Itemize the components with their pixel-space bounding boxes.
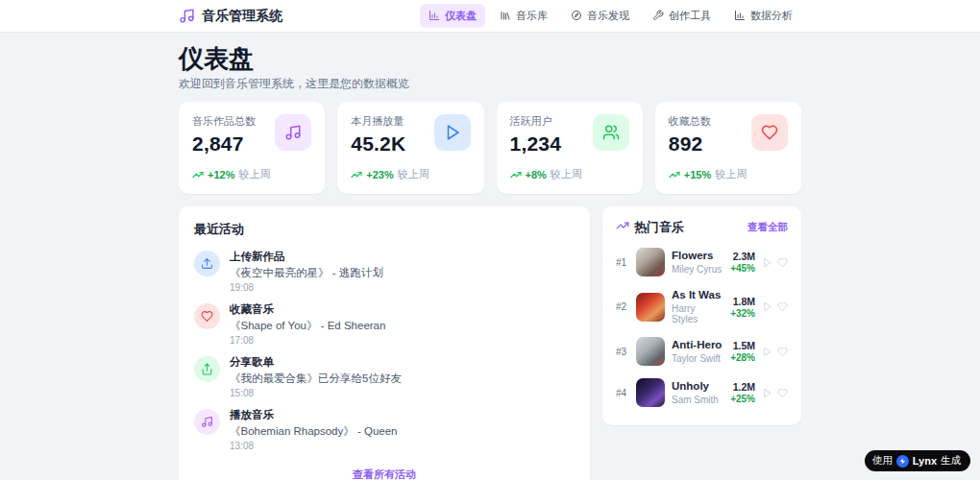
page-title: 仪表盘 <box>179 44 801 73</box>
song-artist: Sam Smith <box>672 395 723 405</box>
trending-up-icon <box>616 219 629 236</box>
library-icon <box>500 10 511 23</box>
song-artist: Taylor Swift <box>672 353 723 364</box>
nav-item-music-library[interactable]: 音乐库 <box>491 4 556 28</box>
stat-label: 活跃用户 <box>510 114 562 129</box>
view-all-activities-link[interactable]: 查看所有活动 <box>353 468 416 480</box>
stat-value: 1,234 <box>510 132 562 156</box>
activity-title: 收藏音乐 <box>230 302 385 316</box>
song-row: #3 Anti-Hero Taylor Swift 1.5M +28% <box>616 337 788 366</box>
activity-item-favorite: 收藏音乐 《Shape of You》 - Ed Sheeran 17:08 <box>194 302 575 346</box>
song-change: +28% <box>730 352 755 363</box>
favorite-button[interactable] <box>777 388 788 398</box>
play-button[interactable] <box>762 301 772 312</box>
activity-description: 《Shape of You》 - Ed Sheeran <box>230 319 385 332</box>
favorite-button[interactable] <box>777 347 788 357</box>
activity-list: 上传新作品 《夜空中最亮的星》 - 逃跑计划 19:08 收藏音乐 《Shape… <box>194 250 575 451</box>
song-row: #4 Unholy Sam Smith 1.2M +25% <box>616 378 788 407</box>
song-plays: 1.8M <box>730 296 755 307</box>
analytics-icon <box>734 10 746 23</box>
heart-icon <box>751 114 788 151</box>
play-icon <box>434 114 471 151</box>
stat-change: +12% <box>208 169 234 180</box>
trending-up-icon <box>351 169 362 180</box>
album-art <box>636 337 665 366</box>
upload-icon <box>194 251 220 276</box>
activity-time: 19:08 <box>230 282 383 293</box>
activity-item-share: 分享歌单 《我的最爱合集》已分享给5位好友 15:08 <box>194 355 575 398</box>
stat-change: +8% <box>526 169 547 180</box>
play-button[interactable] <box>762 257 772 268</box>
song-plays: 2.3M <box>730 251 755 262</box>
stat-period: 较上周 <box>398 167 429 181</box>
song-plays: 1.5M <box>730 340 755 351</box>
trending-up-icon <box>510 169 522 180</box>
song-title: Anti-Hero <box>672 339 723 351</box>
lynx-logo-icon <box>896 455 909 468</box>
activity-time: 15:08 <box>230 388 402 398</box>
nav-label: 音乐发现 <box>587 9 629 23</box>
recent-activity-title: 最近活动 <box>194 221 575 238</box>
recent-activity-panel: 最近活动 上传新作品 《夜空中最亮的星》 - 逃跑计划 19:08 <box>179 206 590 480</box>
nav-label: 音乐库 <box>516 9 548 23</box>
heart-icon <box>194 303 220 329</box>
activity-time: 13:08 <box>230 441 398 451</box>
stat-period: 较上周 <box>715 167 747 181</box>
activity-title: 播放音乐 <box>230 408 398 421</box>
activity-description: 《夜空中最亮的星》 - 逃跑计划 <box>230 266 383 279</box>
main-nav: 仪表盘 音乐库 音乐发现 创作工具 数据分析 <box>420 4 801 28</box>
page-subtitle: 欢迎回到音乐管理系统，这里是您的数据概览 <box>179 77 801 90</box>
album-art <box>636 378 665 407</box>
activity-title: 上传新作品 <box>230 250 383 263</box>
song-rank: #2 <box>616 301 629 312</box>
nav-item-creation-tools[interactable]: 创作工具 <box>644 4 720 28</box>
nav-item-music-discovery[interactable]: 音乐发现 <box>562 4 638 28</box>
song-title: Unholy <box>672 380 723 393</box>
hot-music-panel: 热门音乐 查看全部 #1 Flowers Miley Cyrus 2.3M +4… <box>602 206 801 425</box>
music-note-icon <box>194 409 220 435</box>
badge-suffix: 生成 <box>941 454 961 468</box>
song-rank: #4 <box>616 388 629 398</box>
top-navigation-bar: 音乐管理系统 仪表盘 音乐库 音乐发现 创作工具 数据分析 <box>0 0 980 33</box>
view-all-hot-music-link[interactable]: 查看全部 <box>747 221 788 234</box>
app-title: 音乐管理系统 <box>202 8 282 25</box>
activity-description: 《Bohemian Rhapsody》 - Queen <box>230 424 398 438</box>
activity-item-play: 播放音乐 《Bohemian Rhapsody》 - Queen 13:08 <box>194 408 575 451</box>
compass-icon <box>571 10 582 23</box>
activity-title: 分享歌单 <box>230 355 402 369</box>
lynx-generated-badge[interactable]: 使用 Lynx 生成 <box>865 450 970 471</box>
nav-item-data-analytics[interactable]: 数据分析 <box>725 4 801 28</box>
song-rank: #1 <box>616 257 629 268</box>
song-change: +32% <box>730 308 755 319</box>
stat-period: 较上周 <box>551 167 582 181</box>
nav-label: 数据分析 <box>750 9 793 23</box>
hot-music-title: 热门音乐 <box>634 219 684 236</box>
activity-time: 17:08 <box>230 335 385 346</box>
stat-value: 2,847 <box>192 132 256 156</box>
song-artist: Miley Cyrus <box>672 264 723 275</box>
music-note-icon <box>275 114 311 151</box>
song-rank: #3 <box>616 347 629 357</box>
play-button[interactable] <box>762 388 772 398</box>
nav-item-dashboard[interactable]: 仪表盘 <box>420 4 485 28</box>
middle-row: 最近活动 上传新作品 《夜空中最亮的星》 - 逃跑计划 19:08 <box>179 206 801 480</box>
stat-label: 本月播放量 <box>351 114 405 129</box>
stat-label: 收藏总数 <box>669 114 711 129</box>
favorite-button[interactable] <box>777 301 788 312</box>
share-icon <box>194 356 220 382</box>
trending-up-icon <box>192 169 204 180</box>
activity-item-upload: 上传新作品 《夜空中最亮的星》 - 逃跑计划 19:08 <box>194 250 575 293</box>
favorite-button[interactable] <box>777 257 788 268</box>
song-change: +25% <box>730 394 755 404</box>
song-plays: 1.2M <box>730 381 755 393</box>
song-title: Flowers <box>672 250 723 262</box>
stat-period: 较上周 <box>238 167 270 181</box>
app-brand: 音乐管理系统 <box>179 8 282 25</box>
album-art <box>636 293 665 322</box>
stat-change: +23% <box>366 169 393 180</box>
nav-label: 仪表盘 <box>445 9 477 23</box>
play-button[interactable] <box>762 347 772 357</box>
stat-value: 892 <box>669 132 711 156</box>
stat-card-total-works: 音乐作品总数 2,847 +12% 较上周 <box>179 102 325 194</box>
dashboard-main: 仪表盘 欢迎回到音乐管理系统，这里是您的数据概览 音乐作品总数 2,847 +1… <box>179 33 801 480</box>
